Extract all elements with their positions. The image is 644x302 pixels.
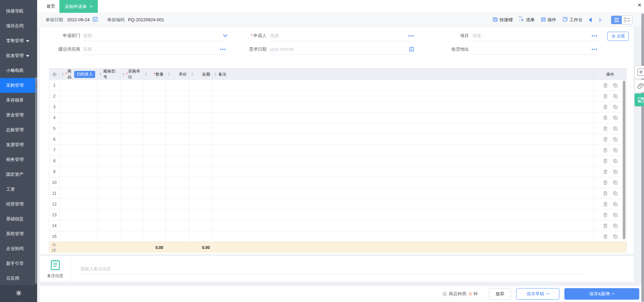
cell-spec[interactable] xyxy=(97,90,120,101)
cell-unit[interactable] xyxy=(120,101,143,112)
cell-product[interactable] xyxy=(60,231,97,242)
page-scrollbar[interactable] xyxy=(641,13,644,302)
copy-row-icon[interactable] xyxy=(613,159,618,163)
sidebar-item[interactable]: 小畅电商 xyxy=(0,63,37,78)
cell-remark[interactable] xyxy=(213,188,594,198)
delete-row-icon[interactable] xyxy=(603,169,608,174)
attachment-button[interactable] xyxy=(635,80,644,92)
copy-row-icon[interactable] xyxy=(613,83,618,88)
copy-row-icon[interactable] xyxy=(613,105,618,109)
copy-row-icon[interactable] xyxy=(613,115,618,120)
cell-qty[interactable] xyxy=(143,80,166,90)
cell-spec[interactable] xyxy=(97,220,120,231)
cell-product[interactable] xyxy=(60,134,97,144)
copy-row-icon[interactable] xyxy=(613,234,618,239)
cell-price[interactable] xyxy=(166,112,189,123)
delete-row-icon[interactable] xyxy=(603,137,608,142)
cell-price[interactable] xyxy=(166,220,189,231)
cell-spec[interactable] xyxy=(97,144,120,155)
supplier-input[interactable] xyxy=(83,47,218,52)
cell-remark[interactable] xyxy=(213,80,594,90)
col-header-unit[interactable]: *采购单位 xyxy=(120,68,143,80)
sidebar-item[interactable]: 项目合同 xyxy=(0,19,37,33)
cell-product[interactable] xyxy=(60,220,97,231)
cell-product[interactable] xyxy=(60,177,97,188)
address-input[interactable] xyxy=(472,47,590,52)
list-view-button[interactable] xyxy=(611,16,622,24)
cell-qty[interactable] xyxy=(143,123,166,134)
cell-qty[interactable] xyxy=(143,177,166,188)
copy-row-icon[interactable] xyxy=(613,126,618,131)
copy-row-icon[interactable] xyxy=(613,191,618,196)
cell-spec[interactable] xyxy=(97,209,120,220)
cell-qty[interactable] xyxy=(143,166,166,177)
cell-amount[interactable] xyxy=(189,155,213,166)
cell-price[interactable] xyxy=(166,80,189,90)
copy-row-icon[interactable] xyxy=(613,213,618,217)
applicant-input[interactable] xyxy=(270,33,406,38)
cell-qty[interactable] xyxy=(143,112,166,123)
sidebar-item[interactable]: 批发管理 xyxy=(0,48,37,63)
copy-row-icon[interactable] xyxy=(613,202,618,207)
delete-row-icon[interactable] xyxy=(603,105,608,109)
cell-qty[interactable] xyxy=(143,90,166,101)
discard-button[interactable]: 放弃 xyxy=(489,288,511,300)
cell-price[interactable] xyxy=(166,134,189,144)
cell-spec[interactable] xyxy=(97,198,120,209)
col-header-qty[interactable]: *数量 xyxy=(143,68,166,80)
tab-home[interactable]: 首页 xyxy=(40,0,61,13)
cell-remark[interactable] xyxy=(213,198,594,209)
copy-row-icon[interactable] xyxy=(613,223,618,228)
cell-unit[interactable] xyxy=(120,188,143,198)
cell-unit[interactable] xyxy=(120,155,143,166)
cell-remark[interactable] xyxy=(213,177,594,188)
close-icon[interactable]: × xyxy=(638,2,641,8)
cell-unit[interactable] xyxy=(120,134,143,144)
cell-amount[interactable] xyxy=(189,220,213,231)
cell-price[interactable] xyxy=(166,198,189,209)
cell-price[interactable] xyxy=(166,209,189,220)
cell-qty[interactable] xyxy=(143,155,166,166)
cell-remark[interactable] xyxy=(213,231,594,242)
cell-qty[interactable] xyxy=(143,188,166,198)
nav-forward-icon[interactable] xyxy=(599,18,602,22)
cell-qty[interactable] xyxy=(143,144,166,155)
cell-product[interactable] xyxy=(60,90,97,101)
more-dots-icon[interactable]: ••• xyxy=(220,47,226,51)
cell-spec[interactable] xyxy=(97,188,120,198)
sidebar-item[interactable]: 固定资产 xyxy=(0,167,37,182)
delete-row-icon[interactable] xyxy=(603,159,608,163)
sidebar-item[interactable]: 经营管理 xyxy=(0,197,37,212)
cell-amount[interactable] xyxy=(189,231,213,242)
delete-row-icon[interactable] xyxy=(603,213,608,217)
card-view-button[interactable] xyxy=(622,16,632,24)
sidebar-scrollbar[interactable] xyxy=(35,77,37,283)
col-header-remark[interactable]: 备注 xyxy=(213,68,594,80)
cell-price[interactable] xyxy=(166,101,189,112)
delete-row-icon[interactable] xyxy=(603,234,608,239)
operations-button[interactable]: 操作 xyxy=(541,17,556,23)
cell-spec[interactable] xyxy=(97,123,120,134)
sidebar-item[interactable]: 基础信息 xyxy=(0,212,37,226)
cell-amount[interactable] xyxy=(189,177,213,188)
cell-unit[interactable] xyxy=(120,177,143,188)
cell-price[interactable] xyxy=(166,155,189,166)
draft-box-button[interactable]: 草 xyxy=(635,66,644,79)
settings-button[interactable]: 设置 xyxy=(607,32,629,41)
sidebar-item[interactable]: 总账管理 xyxy=(0,122,37,137)
cell-product[interactable] xyxy=(60,198,97,209)
cell-qty[interactable] xyxy=(143,134,166,144)
dept-input[interactable] xyxy=(83,33,221,38)
copy-row-icon[interactable] xyxy=(613,169,618,174)
cell-unit[interactable] xyxy=(120,123,143,134)
cell-price[interactable] xyxy=(166,123,189,134)
tab-close-icon[interactable]: × xyxy=(90,4,92,9)
cell-price[interactable] xyxy=(166,90,189,101)
calendar-icon[interactable] xyxy=(409,47,414,52)
cell-remark[interactable] xyxy=(213,101,594,112)
scan-entry-badge[interactable]: 扫码录入 xyxy=(74,71,95,78)
sidebar-item[interactable]: 系统管理 xyxy=(0,226,37,241)
cell-price[interactable] xyxy=(166,231,189,242)
sidebar-item[interactable]: 新手引导 xyxy=(0,256,37,271)
cell-remark[interactable] xyxy=(213,155,594,166)
